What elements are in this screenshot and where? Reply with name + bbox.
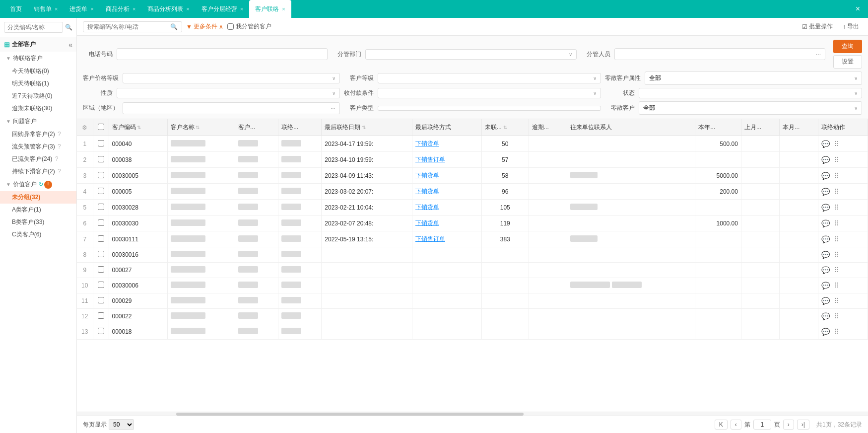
- more-action-icon[interactable]: ⠿: [834, 140, 839, 148]
- last-contact-method[interactable]: 下销货单: [412, 184, 481, 200]
- status-select[interactable]: ∨: [639, 88, 862, 98]
- retail-attr-select[interactable]: 全部 ∨: [645, 72, 862, 85]
- close-icon[interactable]: ×: [186, 6, 189, 12]
- last-contact-method[interactable]: 下销货单: [412, 200, 481, 216]
- row-checkbox-cell[interactable]: [93, 247, 109, 263]
- contact-method-link[interactable]: 下销货单: [415, 204, 439, 211]
- last-contact-method[interactable]: [412, 309, 481, 324]
- row-checkbox-cell[interactable]: [93, 136, 109, 152]
- last-contact-method[interactable]: [412, 278, 481, 293]
- contact-method-link[interactable]: 下销货单: [415, 172, 439, 179]
- last-page-button[interactable]: ›|: [797, 420, 809, 430]
- page-number-input[interactable]: [753, 420, 771, 430]
- row-checkbox-cell[interactable]: [93, 231, 109, 247]
- sidebar-item-churn-warning[interactable]: 流失预警客户(3) ?: [0, 141, 76, 153]
- last-contact-method[interactable]: [412, 247, 481, 263]
- contact-method-link[interactable]: 下销货单: [415, 188, 439, 195]
- settings-cell[interactable]: ⚙: [77, 119, 93, 136]
- horizontal-scrollbar[interactable]: [77, 412, 868, 416]
- row-checkbox-cell[interactable]: [93, 293, 109, 309]
- sidebar-item-unclassified[interactable]: 未分组(32): [0, 191, 76, 204]
- close-icon[interactable]: ×: [282, 6, 285, 12]
- export-button[interactable]: ↑ 导出: [840, 21, 862, 32]
- row-checkbox[interactable]: [98, 204, 104, 210]
- close-icon[interactable]: ×: [133, 6, 135, 12]
- last-contact-method[interactable]: 下销售订单: [412, 231, 481, 247]
- row-checkbox-cell[interactable]: [93, 263, 109, 278]
- contact-method-link[interactable]: 下销售订单: [415, 235, 445, 242]
- col-no-contact[interactable]: 未联...: [481, 119, 529, 136]
- more-action-icon[interactable]: ⠿: [834, 204, 839, 212]
- first-page-button[interactable]: K: [715, 420, 728, 430]
- row-checkbox[interactable]: [98, 140, 104, 146]
- scrollbar-thumb[interactable]: [176, 413, 524, 416]
- retail-customer-select[interactable]: 全部 ∨: [639, 101, 862, 115]
- chat-icon[interactable]: 💬: [821, 266, 830, 274]
- dept-select[interactable]: ∨: [365, 49, 576, 60]
- customer-type-select[interactable]: [378, 106, 601, 111]
- last-contact-method[interactable]: [412, 293, 481, 309]
- more-action-icon[interactable]: ⠿: [834, 266, 839, 274]
- close-icon[interactable]: ×: [90, 6, 93, 12]
- collapse-icon[interactable]: «: [68, 41, 72, 49]
- row-checkbox-cell[interactable]: [93, 184, 109, 200]
- batch-operate-button[interactable]: ☑ 批量操作: [799, 21, 836, 32]
- row-checkbox[interactable]: [98, 312, 104, 319]
- select-all-checkbox[interactable]: [98, 124, 104, 130]
- last-contact-method[interactable]: 下销货单: [412, 136, 481, 152]
- more-filter-button[interactable]: ▼ 更多条件 ∧: [186, 22, 223, 31]
- last-contact-method[interactable]: [412, 263, 481, 278]
- phone-input[interactable]: [117, 48, 328, 60]
- prev-page-button[interactable]: ‹: [731, 420, 741, 430]
- row-checkbox-cell[interactable]: [93, 200, 109, 216]
- problem-group-header[interactable]: ▼ 问题客户: [0, 115, 76, 128]
- row-checkbox[interactable]: [98, 282, 104, 288]
- pending-group-header[interactable]: ▼ 待联络客户: [0, 52, 76, 65]
- main-search-box[interactable]: 🔍: [83, 21, 182, 32]
- more-action-icon[interactable]: ⠿: [834, 219, 839, 227]
- sidebar-item-class-a[interactable]: A类客户(1): [0, 204, 76, 216]
- window-close-button[interactable]: ×: [852, 4, 864, 13]
- region-select[interactable]: ···: [123, 102, 340, 114]
- chat-icon[interactable]: 💬: [821, 312, 830, 320]
- last-contact-method[interactable]: [412, 324, 481, 340]
- chat-icon[interactable]: 💬: [821, 251, 830, 259]
- row-checkbox-cell[interactable]: [93, 168, 109, 184]
- my-customers-toggle[interactable]: 我分管的客户: [227, 22, 271, 31]
- row-checkbox-cell[interactable]: [93, 309, 109, 324]
- chat-icon[interactable]: 💬: [821, 156, 830, 164]
- nav-customer-segment[interactable]: 客户分层经营 ×: [196, 0, 249, 18]
- chat-icon[interactable]: 💬: [821, 204, 830, 212]
- my-customers-checkbox[interactable]: [227, 23, 234, 30]
- more-action-icon[interactable]: ⠿: [834, 312, 839, 320]
- refresh-icon[interactable]: ↻: [39, 181, 43, 188]
- nav-customer-contact[interactable]: 客户联络 ×: [249, 0, 291, 18]
- payment-select[interactable]: ∨: [378, 88, 601, 98]
- query-button[interactable]: 查询: [833, 40, 862, 53]
- sidebar-item-class-c[interactable]: C类客户(6): [0, 228, 76, 241]
- sidebar-item-declining[interactable]: 持续下滑客户(2) ?: [0, 165, 76, 178]
- row-checkbox-cell[interactable]: [93, 152, 109, 168]
- page-size-select[interactable]: 50 100 200: [109, 419, 134, 430]
- row-checkbox[interactable]: [98, 251, 104, 257]
- more-action-icon[interactable]: ⠿: [834, 251, 839, 259]
- row-checkbox-cell[interactable]: [93, 278, 109, 293]
- select-all-cell[interactable]: [93, 119, 109, 136]
- chat-icon[interactable]: 💬: [821, 140, 830, 148]
- category-search-input[interactable]: [4, 22, 63, 33]
- all-customers-header[interactable]: ⊞ 全部客户 «: [0, 37, 76, 52]
- price-level-select[interactable]: ∨: [123, 73, 340, 83]
- sidebar-item-today-pending[interactable]: 今天待联络(0): [0, 65, 76, 77]
- row-checkbox[interactable]: [98, 156, 104, 162]
- row-checkbox[interactable]: [98, 235, 104, 242]
- more-action-icon[interactable]: ⠿: [834, 328, 839, 336]
- sidebar-item-overdue-pending[interactable]: 逾期未联络(30): [0, 102, 76, 115]
- sidebar-item-abnormal[interactable]: 回购异常客户(2) ?: [0, 128, 76, 141]
- main-search-input[interactable]: [87, 23, 170, 30]
- row-checkbox[interactable]: [98, 328, 104, 334]
- sidebar-item-class-b[interactable]: B类客户(33): [0, 216, 76, 228]
- chat-icon[interactable]: 💬: [821, 297, 830, 305]
- nav-purchase[interactable]: 进货单 ×: [64, 0, 99, 18]
- row-checkbox-cell[interactable]: [93, 216, 109, 231]
- row-checkbox[interactable]: [98, 188, 104, 194]
